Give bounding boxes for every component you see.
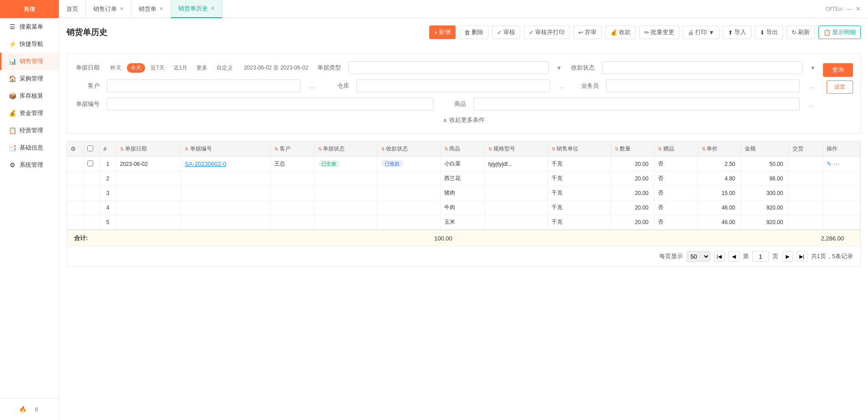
page-size-select[interactable]: 50 10 20 100 [687,251,710,262]
date-tag-custom[interactable]: 自定义 [213,63,236,73]
date-tag-1month[interactable]: 近1月 [170,63,191,73]
refresh-button[interactable]: ↻ 刷新 [787,25,815,39]
price-column-header[interactable]: ⇅ 单价 [697,141,741,157]
window-minimize-icon[interactable]: — [846,5,852,12]
row-num-cell: 1 [100,157,116,171]
gift-column-header[interactable]: ⇅ 赠品 [654,141,697,157]
query-button[interactable]: 查询 [823,63,853,77]
customer-input[interactable] [107,80,301,92]
tab-sales-history-close[interactable]: ✕ [211,5,215,11]
tab-sales-history[interactable]: 销货单历史 ✕ [171,0,222,18]
review-button[interactable]: ✓ 审核 [492,25,520,39]
sidebar-item-quick-nav[interactable]: ⚡ 快捷导航 [0,35,59,53]
customer-column-header[interactable]: ⇅ 客户 [271,141,314,157]
tab-sales-delivery-close[interactable]: ✕ [159,6,163,12]
discard-icon: ↩ [578,29,583,36]
delete-button[interactable]: 🗑 删除 [459,25,488,39]
doc-no-link[interactable]: SA-20230602-0 [185,160,226,167]
type-select[interactable] [348,61,549,74]
search-menu-icon: ☰ [9,23,16,30]
spec-cell: tyjyjtyjdf... [484,157,547,171]
show-detail-button[interactable]: 📋 显示明细 [818,25,861,39]
page-prefix-label: 第 [743,252,749,260]
sidebar-item-operations[interactable]: 📋 经营管理 [0,122,59,139]
refresh-icon: ↻ [792,29,797,36]
tab-sales-order-label: 销售订单 [93,5,117,13]
trade-cell [789,215,823,230]
warehouse-label: 仓库 [324,82,349,90]
add-label: 新增 [439,28,451,36]
customer-ellipsis[interactable]: ... [308,82,316,90]
doc-no-column-header[interactable]: ⇅ 单据编号 [181,141,271,157]
doc-status-column-header[interactable]: ⇅ 单据状态 [314,141,377,157]
set-button[interactable]: 设置 [827,80,853,94]
salesman-ellipsis[interactable]: ... [807,82,816,90]
first-page-button[interactable]: |◀ [714,251,725,262]
sidebar-item-label: 搜索菜单 [20,23,43,31]
sidebar-fire-icon[interactable]: 🔥 [19,406,26,413]
status-select[interactable] [602,61,803,74]
num-column-header: # [100,141,116,157]
sidebar-item-label: 资金管理 [20,109,43,117]
review-print-button[interactable]: ✓ 审核并打印 [524,25,570,39]
last-page-button[interactable]: ▶| [797,251,808,262]
docno-input[interactable] [107,98,433,110]
window-close-icon[interactable]: ✕ [856,5,861,12]
warehouse-input[interactable] [356,80,550,92]
gift-cell: 否 [654,186,697,200]
sidebar-item-sales-mgmt[interactable]: 📊 销售管理 [0,53,59,70]
qty-column-header[interactable]: ⇅ 数量 [611,141,654,157]
gear-column-header[interactable]: ⚙ [67,141,83,157]
select-all-checkbox[interactable] [87,145,93,151]
page-number-input[interactable] [753,251,769,262]
warehouse-ellipsis[interactable]: ... [557,82,566,90]
collapse-button[interactable]: ∧ 收起更多条件 [441,114,487,126]
sidebar-item-system-mgmt[interactable]: ⚙ 系统管理 [0,156,59,174]
spec-column-header[interactable]: ⇅ 规格型号 [484,141,547,157]
tab-home[interactable]: 首页 [59,0,86,18]
gear-icon[interactable]: ⚙ [70,145,76,152]
sidebar-pause-icon[interactable]: ⏸ [34,406,40,413]
batch-change-button[interactable]: ✏ 批量变更 [639,25,679,39]
tab-sales-delivery[interactable]: 销货单 ✕ [131,0,171,18]
unit-column-header[interactable]: ⇅ 销售单位 [547,141,611,157]
sidebar-item-basic-info[interactable]: 📑 基础信息 [0,139,59,156]
date-tag-more[interactable]: 更多 [193,63,211,73]
collect-button[interactable]: 💰 收款 [605,25,636,39]
sidebar-item-label: 快捷导航 [20,40,43,48]
add-button[interactable]: + 新增 [429,25,456,39]
type-dropdown-icon[interactable]: ▼ [556,65,562,71]
qty-cell: 20.00 [611,215,654,230]
discard-button[interactable]: ↩ 弃审 [573,25,602,39]
sidebar-item-purchase-mgmt[interactable]: 🏠 采购管理 [0,70,59,87]
date-tag-yesterday[interactable]: 昨天 [107,63,125,73]
tab-sales-order-close[interactable]: ✕ [120,6,124,12]
goods-input[interactable] [473,98,800,110]
amount-column-header: 金额 [741,141,788,157]
date-tag-7days[interactable]: 近7天 [147,63,168,73]
import-button[interactable]: ⬆ 导入 [723,25,751,39]
tab-sales-order[interactable]: 销售订单 ✕ [86,0,131,18]
gift-cell: 否 [654,157,697,171]
sidebar-item-finance[interactable]: 💰 资金管理 [0,105,59,122]
date-tag-today[interactable]: 今天 [127,63,145,73]
print-button[interactable]: 🖨 打印 ▼ [683,25,719,39]
sidebar-item-inventory[interactable]: 📦 库存核算 [0,87,59,105]
sort-icon: ⇅ [318,146,321,151]
next-page-button[interactable]: ▶ [782,251,793,262]
status-dropdown-icon[interactable]: ▼ [810,65,816,71]
customer-cell: 王总 [271,157,314,171]
doc-date-column-header[interactable]: ⇅ 单据日期 [116,141,181,157]
goods-ellipsis[interactable]: ... [807,100,816,109]
salesman-input[interactable] [606,80,800,92]
pay-status-column-header[interactable]: ⇅ 收款状态 [377,141,440,157]
edit-action-icon[interactable]: ✎ [827,160,832,167]
amount-cell: 96.00 [741,171,788,186]
quick-nav-icon: ⚡ [9,40,16,48]
prev-page-button[interactable]: ◀ [728,251,739,262]
goods-column-header[interactable]: ⇅ 商品 [440,141,484,157]
more-action-icon[interactable]: ⋯ [833,160,839,167]
export-button[interactable]: ⬇ 导出 [755,25,783,39]
row-checkbox[interactable] [87,160,93,166]
sidebar-item-search-menu[interactable]: ☰ 搜索菜单 [0,18,59,35]
